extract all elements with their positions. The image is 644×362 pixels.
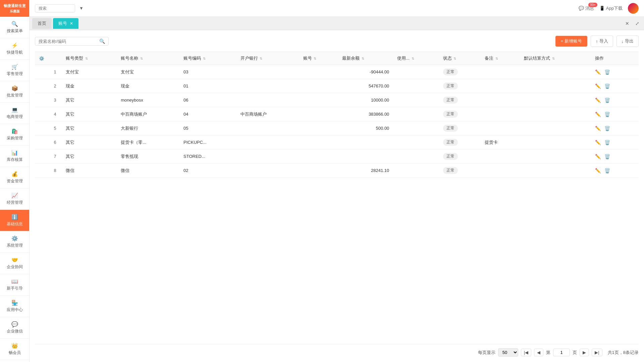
col-type-header[interactable]: 账号类型 ⇅ xyxy=(62,52,117,65)
table-search-input[interactable] xyxy=(39,39,97,44)
tab-close-all-icon[interactable]: ✕ xyxy=(623,20,631,27)
col-usage-header[interactable]: 使用... ⇅ xyxy=(393,52,439,65)
col-balance-header[interactable]: 最新余额 ⇅ xyxy=(338,52,393,65)
delete-button[interactable]: 🗑️ xyxy=(604,83,610,89)
toolbar-left: 🔍 xyxy=(35,37,109,46)
table-wrap: ⚙️ 账号类型 ⇅ 账号名称 ⇅ 账号编码 ⇅ xyxy=(35,52,639,341)
message-icon: 💬 xyxy=(579,6,584,11)
row-balance xyxy=(338,135,393,149)
row-type: 其它 xyxy=(62,93,117,107)
sidebar-item-purchase-mgmt[interactable]: 🛍️ 采购管理 xyxy=(0,124,29,145)
sidebar-item-enterprise-wechat[interactable]: 💬 企业微信 xyxy=(0,317,29,339)
first-page-button[interactable]: |◀ xyxy=(521,349,531,356)
col-account-header[interactable]: 账号 ⇅ xyxy=(299,52,338,65)
row-name: 微信 xyxy=(117,164,179,178)
last-page-button[interactable]: ▶| xyxy=(592,349,602,356)
row-default-settlement xyxy=(520,135,591,149)
edit-button[interactable]: ✏️ xyxy=(595,126,601,131)
row-default-settlement xyxy=(520,107,591,121)
topbar-dropdown[interactable]: ▼ xyxy=(79,6,84,11)
sidebar-item-capital-mgmt[interactable]: 💰 资金管理 xyxy=(0,167,29,188)
col-num-header xyxy=(48,52,62,65)
import-icon: ↑ xyxy=(596,39,598,44)
sidebar-item-ecommerce-mgmt[interactable]: 💻 电商管理 xyxy=(0,103,29,124)
row-type: 现金 xyxy=(62,79,117,93)
sidebar-item-newbie-guide[interactable]: 📖 新手引导 xyxy=(0,274,29,296)
search-menu-icon: 🔍 xyxy=(1,21,28,27)
row-account xyxy=(299,164,338,178)
delete-button[interactable]: 🗑️ xyxy=(604,126,610,131)
table-search-icon[interactable]: 🔍 xyxy=(99,39,105,44)
sidebar-item-inventory[interactable]: 📊 库存核算 xyxy=(0,145,29,167)
page-label: 第 xyxy=(546,350,550,356)
sidebar-item-search-menu[interactable]: 🔍 搜索菜单 xyxy=(0,17,29,38)
row-type: 支付宝 xyxy=(62,65,117,79)
settings-icon[interactable]: ⚙️ xyxy=(39,56,44,61)
status-badge: 正常 xyxy=(443,82,458,89)
col-settings-header: ⚙️ xyxy=(35,52,48,65)
edit-button[interactable]: ✏️ xyxy=(595,98,601,103)
col-status-header[interactable]: 状态 ⇅ xyxy=(439,52,481,65)
topbar-search-input[interactable] xyxy=(35,4,75,12)
tab-account[interactable]: 账号 ✕ xyxy=(53,18,78,29)
row-num: 7 xyxy=(48,149,62,164)
tab-actions: ✕ ⤢ xyxy=(623,20,641,27)
import-button[interactable]: ↑ 导入 xyxy=(591,36,613,47)
edit-button[interactable]: ✏️ xyxy=(595,168,601,173)
edit-button[interactable]: ✏️ xyxy=(595,140,601,145)
row-code: 03 xyxy=(179,65,236,79)
capital-mgmt-icon: 💰 xyxy=(1,171,28,177)
col-remark-header[interactable]: 备注 ⇅ xyxy=(481,52,520,65)
row-remark xyxy=(481,79,520,93)
sidebar-item-quick-nav[interactable]: ⚡ 快捷导航 xyxy=(0,38,29,60)
edit-button[interactable]: ✏️ xyxy=(595,112,601,117)
app-download-button[interactable]: 📱 App下载 xyxy=(599,5,623,11)
sidebar-item-system-mgmt[interactable]: ⚙️ 系统管理 xyxy=(0,231,29,253)
sidebar-item-vip-member[interactable]: 👑 畅会员 xyxy=(0,339,29,360)
tab-home[interactable]: 首页 xyxy=(32,18,52,29)
add-account-button[interactable]: + 新增账号 xyxy=(555,36,587,47)
tab-expand-icon[interactable]: ⤢ xyxy=(633,20,641,27)
col-default-settlement-header[interactable]: 默认结算方式 ⇅ xyxy=(520,52,591,65)
row-usage xyxy=(393,107,439,121)
row-balance: 547670.00 xyxy=(338,79,393,93)
row-usage xyxy=(393,65,439,79)
delete-button[interactable]: 🗑️ xyxy=(604,168,610,173)
main-area: ▼ 💬 消息 99+ 📱 App下载 首页 账号 ✕ ✕ ⤢ xyxy=(30,0,644,362)
delete-button[interactable]: 🗑️ xyxy=(604,112,610,117)
total-label: 共1页，8条记录 xyxy=(608,350,639,356)
prev-page-button[interactable]: ◀ xyxy=(534,349,543,356)
sidebar-item-operation-mgmt[interactable]: 📈 经营管理 xyxy=(0,188,29,210)
export-button[interactable]: ↓ 导出 xyxy=(616,36,639,47)
delete-button[interactable]: 🗑️ xyxy=(604,154,610,159)
sidebar-item-wholesale-mgmt[interactable]: 📦 批发管理 xyxy=(0,81,29,103)
delete-button[interactable]: 🗑️ xyxy=(604,69,610,75)
row-default-settlement xyxy=(520,149,591,164)
edit-button[interactable]: ✏️ xyxy=(595,154,601,159)
row-code: 05 xyxy=(179,121,236,135)
row-usage xyxy=(393,121,439,135)
page-input[interactable] xyxy=(553,349,570,356)
next-page-button[interactable]: ▶ xyxy=(580,349,589,356)
sidebar-item-enterprise-agreement[interactable]: 🤝 企业协同 xyxy=(0,253,29,274)
search-wrap: 🔍 xyxy=(35,37,109,46)
sidebar-item-basic-info[interactable]: ℹ️ 基础信息 xyxy=(0,210,29,231)
avatar[interactable] xyxy=(628,3,639,14)
row-type: 其它 xyxy=(62,121,117,135)
tab-close-icon[interactable]: ✕ xyxy=(70,21,73,26)
sidebar-item-app-center[interactable]: 🏪 应用中心 xyxy=(0,296,29,317)
col-bank-header[interactable]: 开户银行 ⇅ xyxy=(236,52,299,65)
col-code-header[interactable]: 账号编码 ⇅ xyxy=(179,52,236,65)
edit-button[interactable]: ✏️ xyxy=(595,83,601,89)
col-name-header[interactable]: 账号名称 ⇅ xyxy=(117,52,179,65)
row-default-settlement xyxy=(520,121,591,135)
message-button[interactable]: 💬 消息 99+ xyxy=(579,5,594,11)
sort-icon: ⇅ xyxy=(362,57,364,60)
delete-button[interactable]: 🗑️ xyxy=(604,98,610,103)
edit-button[interactable]: ✏️ xyxy=(595,69,601,75)
row-name: moneybosx xyxy=(117,93,179,107)
page-size-select[interactable]: 50 20 100 xyxy=(498,348,518,357)
row-code: 01 xyxy=(179,79,236,93)
delete-button[interactable]: 🗑️ xyxy=(604,140,610,145)
sidebar-item-retail-mgmt[interactable]: 🛒 零售管理 xyxy=(0,60,29,81)
